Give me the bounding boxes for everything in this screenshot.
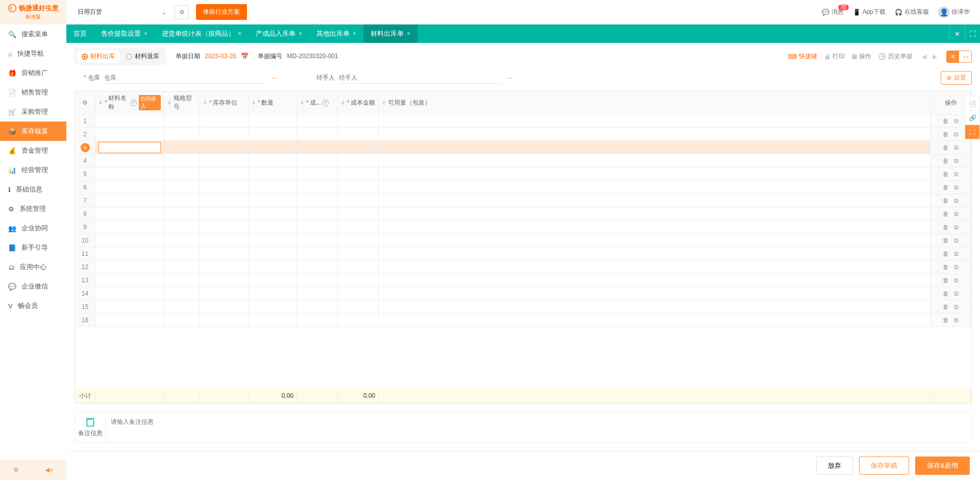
cell-cost[interactable] (297, 128, 338, 140)
cell-unit[interactable] (200, 114, 249, 127)
cell-avail[interactable] (379, 128, 930, 140)
cell-qty[interactable] (249, 234, 297, 247)
cell-avail[interactable] (379, 221, 930, 233)
tab-4[interactable]: 其他出库单× (309, 25, 363, 43)
form-settings-button[interactable]: ⚙ 设置 (941, 71, 972, 85)
delete-row-icon[interactable]: 🗑 (943, 303, 949, 310)
radio-material-return[interactable]: 材料退库 (121, 50, 164, 63)
cell-unit[interactable] (200, 300, 249, 313)
copy-row-icon[interactable]: ⧉ (954, 224, 959, 231)
calendar-icon[interactable]: 📅 (241, 53, 249, 60)
cell-spec[interactable] (164, 287, 200, 300)
col-spec[interactable]: ▲▼规格型号 (164, 91, 200, 114)
app-download-button[interactable]: 📱 App下载 (853, 8, 886, 16)
cell-name[interactable] (95, 207, 164, 220)
save-draft-button[interactable]: 保存草稿 (859, 457, 909, 475)
material-name-input[interactable] (99, 142, 161, 153)
sidebar-item-8[interactable]: ℹ基础信息 (0, 180, 66, 199)
delete-row-icon[interactable]: 🗑 (943, 144, 949, 151)
col-name[interactable]: ▲▼*材料名称?扫码录入 (95, 91, 164, 114)
cell-spec[interactable] (164, 114, 200, 127)
cell-unit[interactable] (200, 274, 249, 286)
sidebar-item-13[interactable]: 💬企业微信 (0, 277, 66, 296)
trial-button[interactable]: 体验行业方案 (196, 4, 247, 20)
cell-cost[interactable] (297, 114, 338, 127)
delete-row-icon[interactable]: 🗑 (943, 117, 949, 125)
cell-qty[interactable] (249, 314, 297, 326)
cell-avail[interactable] (379, 287, 930, 300)
cell-costamt[interactable] (338, 221, 379, 233)
cell-cost[interactable] (297, 221, 338, 233)
copy-row-icon[interactable]: ⧉ (954, 210, 959, 218)
tab-1[interactable]: 售价提取设置× (94, 25, 155, 43)
cell-costamt[interactable] (338, 194, 379, 207)
cell-unit[interactable] (200, 247, 249, 260)
tab-3[interactable]: 产成品入库单× (249, 25, 309, 43)
cell-spec[interactable] (164, 247, 200, 260)
sidebar-item-2[interactable]: 🎁营销推广 (0, 63, 66, 83)
cell-name[interactable] (95, 247, 164, 260)
help-icon[interactable]: ? (322, 100, 329, 106)
cell-qty[interactable] (249, 207, 297, 220)
sidebar-settings-icon[interactable]: ⚙ (13, 466, 19, 473)
cell-name[interactable] (95, 300, 164, 313)
cell-costamt[interactable] (338, 141, 379, 154)
cell-qty[interactable] (249, 181, 297, 194)
copy-row-icon[interactable]: ⧉ (954, 317, 959, 324)
copy-row-icon[interactable]: ⧉ (954, 184, 959, 191)
cell-unit[interactable] (200, 167, 249, 180)
sidebar-item-4[interactable]: 🛒采购管理 (0, 102, 66, 122)
delete-row-icon[interactable]: 🗑 (943, 131, 949, 138)
cell-qty[interactable] (249, 287, 297, 300)
radio-material-out[interactable]: 材料出库 (77, 50, 120, 63)
cell-name[interactable] (95, 221, 164, 233)
col-costamt[interactable]: ▲▼*成本金额 (338, 91, 379, 114)
cell-avail[interactable] (379, 260, 930, 273)
cell-avail[interactable] (379, 314, 930, 326)
operate-button[interactable]: ⊞操作 (852, 52, 871, 61)
copy-row-icon[interactable]: ⧉ (954, 263, 959, 271)
copy-row-icon[interactable]: ⧉ (954, 303, 959, 310)
cell-spec[interactable] (164, 181, 200, 194)
cell-costamt[interactable] (338, 314, 379, 326)
cell-costamt[interactable] (338, 114, 379, 127)
sidebar-item-3[interactable]: 📄销售管理 (0, 83, 66, 102)
cell-name[interactable] (95, 154, 164, 167)
sidebar-item-12[interactable]: 🗂应用中心 (0, 257, 66, 277)
sidebar-item-1[interactable]: ⌂快捷导航 (0, 44, 66, 63)
cell-unit[interactable] (200, 128, 249, 140)
cell-costamt[interactable] (338, 234, 379, 247)
col-config-button[interactable]: ⚙ (75, 91, 95, 114)
sidebar-item-11[interactable]: 📘新手引导 (0, 238, 66, 257)
cell-qty[interactable] (249, 221, 297, 233)
user-menu[interactable]: 👤 徐泽华 (938, 7, 970, 18)
shortcut-button[interactable]: ⌨快捷键 (788, 52, 817, 61)
delete-row-icon[interactable]: 🗑 (943, 237, 949, 244)
cell-name[interactable] (95, 274, 164, 286)
print-button[interactable]: 🖨打印 (824, 52, 845, 61)
tab-0[interactable]: 首页 (66, 25, 94, 43)
cell-unit[interactable] (200, 221, 249, 233)
handler-input[interactable] (339, 72, 502, 84)
cell-unit[interactable] (200, 234, 249, 247)
tab-expand-button[interactable]: ⛶ (965, 25, 980, 43)
cell-qty[interactable] (249, 260, 297, 273)
cell-name[interactable] (95, 181, 164, 194)
sidebar-item-0[interactable]: 🔍搜索菜单 (0, 25, 66, 44)
list-view-button[interactable]: ≡ (947, 51, 959, 62)
cell-name[interactable] (95, 234, 164, 247)
cell-avail[interactable] (379, 114, 930, 127)
support-button[interactable]: 🎧 在线客服 (895, 8, 929, 16)
cell-name[interactable] (95, 167, 164, 180)
dock-note-button[interactable]: 📄 (965, 97, 979, 111)
cell-cost[interactable] (297, 300, 338, 313)
cell-costamt[interactable] (338, 128, 379, 140)
cell-qty[interactable] (249, 247, 297, 260)
save-new-button[interactable]: 保存&新增 (915, 457, 970, 475)
copy-row-icon[interactable]: ⧉ (954, 277, 959, 284)
copy-row-icon[interactable]: ⧉ (954, 171, 959, 178)
copy-row-icon[interactable]: ⧉ (954, 237, 959, 244)
tab-5[interactable]: 材料出库单× (363, 25, 418, 43)
delete-row-icon[interactable]: 🗑 (943, 224, 949, 231)
copy-row-icon[interactable]: ⧉ (954, 144, 959, 151)
